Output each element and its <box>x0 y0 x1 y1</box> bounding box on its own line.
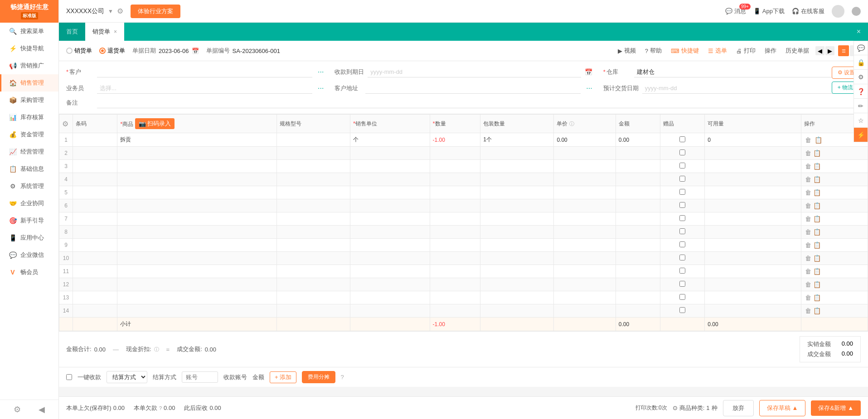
copy-icon[interactable]: 📋 <box>813 294 821 301</box>
tab-home[interactable]: 首页 <box>59 23 85 41</box>
delete-icon[interactable]: 🗑 <box>805 149 811 157</box>
collapse-icon[interactable]: ◀ <box>39 405 45 414</box>
select-btn[interactable]: ☰ 选单 <box>705 46 730 56</box>
tab-sales-order[interactable]: 销货单 × <box>85 23 124 41</box>
cell-available[interactable]: 0 <box>705 133 801 147</box>
note-input[interactable] <box>97 97 861 108</box>
delete-icon[interactable]: 🗑 <box>805 307 811 314</box>
settings-bottom-icon[interactable]: ⚙ <box>14 405 21 414</box>
delete-icon[interactable]: 🗑 <box>805 163 811 170</box>
delete-icon[interactable]: 🗑 <box>805 228 811 236</box>
sidebar-item-finance[interactable]: 💰 资金管理 <box>0 126 58 143</box>
cell-qty[interactable]: -1.00 <box>430 133 480 147</box>
calendar-icon[interactable]: 📅 <box>192 48 199 54</box>
save-new-button[interactable]: 保存&新增 ▲ <box>811 400 861 416</box>
payment-method-select[interactable]: 结算方式 <box>107 371 147 383</box>
app-download-btn[interactable]: 📱 App下载 <box>753 7 785 15</box>
cell-pack-qty[interactable]: 1个 <box>480 133 554 147</box>
expected-date-input[interactable] <box>642 83 849 94</box>
sidebar-item-app[interactable]: 📱 应用中心 <box>0 229 58 246</box>
next-arrow[interactable]: ▶ <box>825 46 834 55</box>
cell-price[interactable]: 0.00 <box>554 133 616 147</box>
list-view-btn[interactable]: ☰ <box>838 45 849 56</box>
delete-icon[interactable]: 🗑 <box>805 268 811 275</box>
address-input[interactable] <box>365 83 581 94</box>
delete-icon[interactable]: 🗑 <box>805 136 811 144</box>
copy-icon[interactable]: 📋 <box>813 255 821 262</box>
window-close-icon[interactable]: × <box>857 28 861 36</box>
shortcut-btn[interactable]: ⌨ 快捷键 <box>668 46 702 56</box>
copy-icon[interactable]: 📋 <box>813 268 821 275</box>
scan-btn[interactable]: 📷 扫码录入 <box>135 118 175 129</box>
account-input[interactable] <box>182 371 218 383</box>
total-debt-help-icon[interactable]: ? <box>159 405 162 411</box>
sidebar-item-marketing[interactable]: 📢 营销推广 <box>0 57 58 74</box>
delete-icon[interactable]: 🗑 <box>805 176 811 183</box>
delete-icon[interactable]: 🗑 <box>805 241 811 249</box>
sidebar-item-guide[interactable]: 🎯 新手引导 <box>0 212 58 229</box>
right-btn-3[interactable]: ⚙ <box>853 70 868 84</box>
sidebar-item-inventory[interactable]: 📊 库存核算 <box>0 109 58 126</box>
video-btn[interactable]: ▶ 视频 <box>615 46 639 56</box>
radio-sales[interactable]: 销货单 <box>66 47 92 55</box>
history-btn[interactable]: 历史单据 <box>783 46 812 56</box>
delete-icon[interactable]: 🗑 <box>805 202 811 209</box>
help-btn[interactable]: ? 帮助 <box>642 46 664 56</box>
discount-info-icon[interactable]: ⓘ <box>154 346 159 353</box>
cell-unit[interactable]: 个 <box>350 133 430 147</box>
copy-icon[interactable]: 📋 <box>815 136 822 144</box>
copy-icon[interactable]: 📋 <box>813 281 821 288</box>
discard-button[interactable]: 放弃 <box>723 400 754 416</box>
address-more-icon[interactable]: ··· <box>586 84 592 92</box>
trial-button[interactable]: 体验行业方案 <box>131 5 180 18</box>
copy-icon[interactable]: 📋 <box>813 228 821 236</box>
warehouse-input[interactable] <box>634 67 849 77</box>
copy-icon[interactable]: 📋 <box>813 307 821 314</box>
copy-icon[interactable]: 📋 <box>813 215 821 222</box>
add-payment-btn[interactable]: + 添加 <box>270 371 296 383</box>
prev-arrow[interactable]: ◀ <box>815 46 824 55</box>
gift-checkbox[interactable] <box>679 136 685 142</box>
sidebar-item-member[interactable]: V 畅会员 <box>0 264 58 281</box>
save-draft-button[interactable]: 保存草稿 ▲ <box>759 400 806 416</box>
salesperson-input[interactable] <box>97 83 312 94</box>
sidebar-item-purchase[interactable]: 📦 采购管理 <box>0 92 58 109</box>
online-service-btn[interactable]: 🎧 在线客服 <box>792 7 824 15</box>
print-btn[interactable]: 🖨 打印 <box>733 46 758 56</box>
sidebar-item-collab[interactable]: 🤝 企业协同 <box>0 195 58 212</box>
one-click-pay-checkbox[interactable] <box>66 374 72 380</box>
message-btn[interactable]: 💬 消息 99+ <box>725 7 746 15</box>
cell-product[interactable]: 拆贡 <box>117 133 277 147</box>
radio-return[interactable]: 退货单 <box>99 47 125 55</box>
cell-amount[interactable]: 0.00 <box>616 133 660 147</box>
avatar-extra[interactable] <box>852 7 861 16</box>
expense-split-btn[interactable]: 费用分摊 <box>302 371 335 383</box>
tab-close-icon[interactable]: × <box>114 29 117 35</box>
delete-icon[interactable]: 🗑 <box>805 281 811 288</box>
sidebar-item-quick-nav[interactable]: ⚡ 快捷导航 <box>0 40 58 57</box>
copy-icon[interactable]: 📋 <box>813 189 821 196</box>
due-date-input[interactable] <box>368 67 581 77</box>
operate-btn[interactable]: 操作 <box>762 46 779 56</box>
sidebar-item-operation[interactable]: 📈 经营管理 <box>0 143 58 160</box>
cell-barcode[interactable] <box>73 133 117 147</box>
copy-icon[interactable]: 📋 <box>813 176 821 183</box>
customer-more-icon[interactable]: ··· <box>318 68 324 76</box>
right-btn-4[interactable]: ❓ <box>853 84 868 99</box>
cell-spec[interactable] <box>277 133 350 147</box>
right-btn-1[interactable]: 💬 <box>853 41 868 55</box>
copy-icon[interactable]: 📋 <box>813 202 821 209</box>
right-btn-2[interactable]: 🔒 <box>853 55 868 70</box>
product-type-radio-icon[interactable]: ⊙ <box>673 405 678 411</box>
avatar[interactable] <box>832 5 844 18</box>
chevron-up-icon-2[interactable]: ▲ <box>848 405 853 411</box>
sidebar-item-base[interactable]: 📋 基础信息 <box>0 160 58 178</box>
right-btn-5[interactable]: ✏ <box>853 99 868 113</box>
delete-icon[interactable]: 🗑 <box>805 255 811 262</box>
sidebar-item-wechat[interactable]: 💬 企业微信 <box>0 246 58 264</box>
cell-gift[interactable] <box>660 133 705 147</box>
sidebar-item-sales[interactable]: 🏠 销售管理 <box>0 74 58 92</box>
right-btn-7[interactable]: ⚡ <box>853 128 868 142</box>
salesperson-more-icon[interactable]: ··· <box>318 84 324 92</box>
delete-icon[interactable]: 🗑 <box>805 215 811 222</box>
